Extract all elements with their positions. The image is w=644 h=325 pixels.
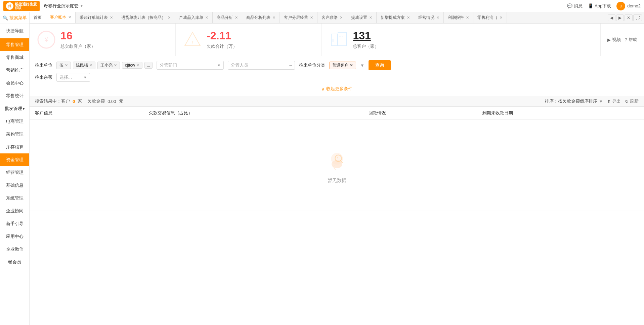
sidebar-item-retail-stats[interactable]: 零售统计 [0,89,29,102]
export-button[interactable]: ⬆ 导出 [607,98,621,104]
tab-bar: 首页 客户账本 ✕ 采购订单统计表 ✕ 进货单统计表（按商品） ✕ 产成品入库单… [30,12,644,24]
dept-label: 分管部门 [160,62,177,68]
close-icon[interactable]: ✕ [310,15,313,20]
person-selector[interactable]: 分管人员 ··· [228,61,295,70]
remove-category-tag[interactable]: ✕ [350,63,353,68]
app-name: 畅捷通好生意 [15,2,37,6]
sort-label: 排序：按欠款金额倒序排序 [545,98,597,104]
user-menu[interactable]: D demo2 [616,2,641,10]
filter-row-1: 往来单位 伍 ✕ 陈民强 ✕ 王小亮 ✕ [35,60,639,70]
sidebar-item-operation-mgmt[interactable]: 经营管理 [0,166,29,179]
empty-state: 暂无数据 [30,120,644,211]
sidebar-item-basic-info[interactable]: 基础信息 [0,179,29,192]
close-icon[interactable]: ✕ [500,15,503,20]
close-icon[interactable]: ✕ [466,15,469,20]
close-icon[interactable]: ✕ [340,15,343,20]
tab-goods-analysis-list[interactable]: 商品分析列表 ✕ [242,12,280,24]
close-icon[interactable]: ✕ [436,15,439,20]
sidebar-item-inventory-check[interactable]: 库存核算 [0,141,29,153]
result-prefix: 搜索结果中：客户 [35,98,70,104]
sidebar-item-retail-shop[interactable]: 零售商城 [0,51,29,64]
tab-incoming-stats[interactable]: 进货单统计表（按商品） ✕ [117,12,175,24]
remove-tag-0[interactable]: ✕ [65,63,68,68]
sidebar-item-ecommerce-mgmt[interactable]: 电商管理 [0,115,29,128]
stat-label-debt-customers: 总欠款客户（家） [60,43,95,49]
tab-retail-profit[interactable]: 零售利润（ ✕ [473,12,507,24]
message-button[interactable]: 💬 消息 [567,3,583,9]
tab-raise-settings[interactable]: 提成设置 ✕ [347,12,377,24]
avatar: D [616,2,625,10]
sidebar-item-enterprise-collab[interactable]: 企业协同 [0,205,29,217]
tab-product-storage[interactable]: 产成品入库单 ✕ [175,12,213,24]
sidebar-item-system-mgmt[interactable]: 系统管理 [0,192,29,205]
search-button[interactable]: 查询 [369,60,391,70]
refresh-button[interactable]: ↻ 刷新 [625,98,639,104]
sidebar-item-marketing[interactable]: 营销推广 [0,64,29,77]
sidebar-item-retail-mgmt[interactable]: 零售管理 [0,38,29,51]
close-icon[interactable]: ✕ [272,15,275,20]
tab-profit-report[interactable]: 利润报告 ✕ [444,12,473,24]
tab-purchase-order-stats[interactable]: 采购订单统计表 ✕ [76,12,117,24]
tab-new-raise[interactable]: 新增提成方案 ✕ [377,12,414,24]
col-header-customer-info: 客户信息 [30,107,143,120]
close-icon[interactable]: ✕ [68,15,71,20]
tab-operation[interactable]: 经营情况 ✕ [414,12,444,24]
balance-selector[interactable]: 选择... ▼ [56,73,90,82]
video-button[interactable]: ▶ 视频 [607,37,621,43]
play-icon: ▶ [607,37,611,42]
tab-incoming-stats-label: 进货单统计表（按商品） [121,15,166,21]
app-download-label: App下载 [595,3,611,9]
sidebar-item-new-guide[interactable]: 新手引导 [0,217,29,230]
empty-state-row: 暂无数据 [30,120,644,211]
result-amount-label: 欠款金额 [87,98,105,104]
unit-category-selector[interactable]: 普通客户 ✕ ▼ [329,62,364,69]
close-icon[interactable]: ✕ [235,15,238,20]
stat-content-total-customers: 131 总客户（家） [353,30,379,49]
close-icon[interactable]: ✕ [110,15,113,20]
remove-tag-2[interactable]: ✕ [114,63,117,68]
tab-customer-tier[interactable]: 客户分层经营 ✕ [280,12,317,24]
sidebar-item-wholesale-mgmt[interactable]: 批发管理 ▾ [0,102,29,115]
tab-home-label: 首页 [34,15,42,21]
stats-row: ¥ 16 总欠款客户（家） ! [30,24,644,56]
close-icon[interactable]: ✕ [369,15,372,20]
help-button[interactable]: ? 帮助 [625,37,637,43]
more-tags-button[interactable]: ... [144,62,153,69]
org-selector[interactable]: 母婴行业演示账套 ▼ [44,3,83,9]
filter-tags-container: 伍 ✕ 陈民强 ✕ 王小亮 ✕ cjttcw ✕ [56,62,153,69]
remove-tag-1[interactable]: ✕ [89,63,92,68]
sidebar-item-purchase-mgmt[interactable]: 采购管理 [0,128,29,141]
app-download-button[interactable]: 📱 App下载 [588,3,611,9]
result-amount-unit: 元 [119,98,123,104]
tab-prev-button[interactable]: ◀ [608,14,615,21]
message-icon: 💬 [567,3,572,8]
search-icon: 🔍 [3,15,8,21]
close-icon[interactable]: ✕ [407,15,410,20]
dept-selector[interactable]: 分管部门 ▼ [157,61,224,70]
balance-dropdown-arrow: ▼ [83,75,87,79]
tab-goods-analysis[interactable]: 商品分析 ✕ [213,12,242,24]
result-amount-value: 0.00 [108,99,116,104]
tab-accounts[interactable]: 客户账本 ✕ [46,12,76,24]
empty-state-label: 暂无数据 [328,178,346,184]
sidebar-item-member-center[interactable]: 会员中心 [0,77,29,89]
tab-next-button[interactable]: ▶ [616,14,624,21]
collapse-button[interactable]: ∧ 收起更多条件 [35,84,639,95]
sidebar-item-app-center[interactable]: 应用中心 [0,230,29,243]
quick-nav-label[interactable]: 快捷导航 [0,26,29,36]
close-icon[interactable]: ✕ [168,15,171,20]
remove-tag-3[interactable]: ✕ [136,63,139,68]
search-menu-button[interactable]: 🔍 搜索菜单 [3,15,27,21]
tab-customer-contact[interactable]: 客户联络 ✕ [317,12,347,24]
svg-rect-7 [339,36,341,37]
sort-selector[interactable]: 排序：按欠款金额倒序排序 ▼ [545,98,603,104]
tab-fullscreen-button[interactable]: ⛶ [633,14,642,21]
result-bar-right: 排序：按欠款金额倒序排序 ▼ ⬆ 导出 ↻ 刷新 [545,98,639,104]
tab-home[interactable]: 首页 [30,12,46,24]
tab-close-all-button[interactable]: ✕ [625,14,633,21]
close-icon[interactable]: ✕ [205,15,208,20]
sidebar-item-enterprise-weixin[interactable]: 企业微信 [0,243,29,256]
unit-category-label: 往来单位分类 [299,62,325,68]
sidebar-item-capital-mgmt[interactable]: 资金管理 [0,153,29,166]
sidebar-item-member-plus[interactable]: 畅会员 [0,256,29,268]
